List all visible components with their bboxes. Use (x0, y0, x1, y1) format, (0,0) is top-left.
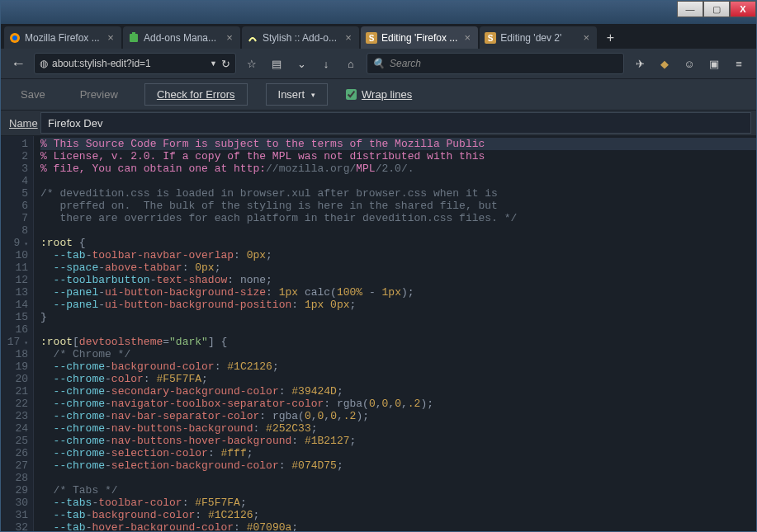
code-line[interactable]: % This Source Code Form is subject to th… (40, 138, 756, 150)
browser-tab[interactable]: SEditing 'dev 2'× (480, 26, 597, 49)
tab-icon (247, 32, 258, 44)
stylish-square-icon[interactable]: ▣ (703, 53, 725, 74)
name-bar: Name (1, 110, 756, 136)
code-line[interactable]: --toolbarbutton-text-shadow: none; (40, 274, 756, 286)
tab-title: Editing 'Firefox ... (381, 32, 457, 44)
chevron-down-icon: ▾ (311, 91, 315, 99)
code-line[interactable]: :root[devtoolstheme="dark"] { (40, 336, 756, 348)
send-icon[interactable]: ✈ (629, 53, 651, 74)
svg-point-1 (12, 35, 17, 40)
code-line[interactable]: --space-above-tabbar: 0px; (40, 261, 756, 274)
window-close-button[interactable]: X (730, 1, 756, 17)
code-line[interactable]: --panel-ui-button-background-size: 1px c… (40, 286, 756, 299)
code-line[interactable]: % License, v. 2.0. If a copy of the MPL … (40, 150, 756, 162)
url-bar[interactable]: ◍ about:stylish-edit?id=1 ▼ ↻ (34, 53, 236, 74)
browser-tab[interactable]: SEditing 'Firefox ...× (361, 26, 478, 49)
search-placeholder: Search (390, 58, 421, 69)
code-line[interactable]: --tabs-toolbar-color: #F5F7FA; (40, 497, 756, 509)
code-line[interactable] (40, 224, 756, 237)
url-text: about:stylish-edit?id=1 (52, 58, 206, 69)
code-line[interactable]: --chrome-background-color: #1C2126; (40, 360, 756, 373)
tab-icon (9, 32, 21, 44)
code-line[interactable]: there are overrides for each platform in… (40, 212, 756, 224)
code-line[interactable]: --tab-background-color: #1C2126; (40, 509, 756, 521)
browser-tab[interactable]: Stylish :: Add-o...× (242, 26, 359, 49)
window-minimize-button[interactable]: — (677, 1, 703, 17)
save-button: Save (12, 84, 54, 105)
code-line[interactable] (40, 323, 756, 336)
url-dropdown-icon[interactable]: ▼ (210, 59, 217, 68)
wrap-lines-checkbox[interactable]: Wrap lines (346, 88, 412, 101)
code-line[interactable]: --chrome-navigator-toolbox-separator-col… (40, 398, 756, 410)
code-line[interactable]: --chrome-selection-background-color: #07… (40, 459, 756, 472)
search-icon: 🔍 (372, 58, 385, 69)
globe-icon: ◍ (40, 58, 48, 69)
code-line[interactable]: --chrome-nav-buttons-background: #252C33… (40, 422, 756, 435)
window: — ▢ X Mozilla Firefox ...×Add-ons Mana..… (0, 0, 757, 532)
pocket-icon[interactable]: ⌄ (291, 53, 312, 74)
tab-title: Stylish :: Add-o... (263, 32, 338, 44)
tab-close-icon[interactable]: × (343, 32, 354, 44)
code-line[interactable]: preffed on. The bulk of the styling is h… (40, 200, 756, 212)
wrap-lines-label: Wrap lines (362, 88, 412, 101)
code-line[interactable]: --tab-hover-background-color: #07090a; (40, 521, 756, 531)
browser-tab[interactable]: Mozilla Firefox ...× (4, 26, 121, 49)
downloads-icon[interactable]: ↓ (315, 53, 337, 74)
code-line[interactable]: --tab-toolbar-navbar-overlap: 0px; (40, 249, 756, 261)
preview-button: Preview (72, 84, 126, 105)
shield-icon[interactable]: ◆ (654, 53, 675, 74)
home-icon[interactable]: ⌂ (340, 53, 362, 74)
svg-text:S: S (369, 34, 375, 43)
svg-rect-3 (132, 32, 135, 35)
code-line[interactable]: :root { (40, 237, 756, 249)
tab-title: Editing 'dev 2' (500, 32, 576, 44)
svg-text:S: S (488, 34, 494, 43)
tab-close-icon[interactable]: × (580, 32, 592, 44)
browser-tab[interactable]: Add-ons Mana...× (123, 26, 240, 49)
code-line[interactable]: /* Tabs */ (40, 484, 756, 497)
bookmark-star-icon[interactable]: ☆ (241, 53, 263, 74)
insert-button[interactable]: Insert ▾ (266, 83, 329, 106)
code-line[interactable]: --panel-ui-button-background-position: 1… (40, 299, 756, 311)
name-input[interactable] (40, 112, 751, 134)
nav-toolbar: ← ◍ about:stylish-edit?id=1 ▼ ↻ ☆ ▤ ⌄ ↓ … (1, 49, 756, 78)
code-line[interactable]: --chrome-selection-color: #fff; (40, 447, 756, 459)
titlebar: — ▢ X (1, 1, 756, 24)
window-maximize-button[interactable]: ▢ (703, 1, 730, 17)
code-line[interactable]: } (40, 311, 756, 323)
tab-bar: Mozilla Firefox ...×Add-ons Mana...×Styl… (1, 24, 756, 49)
new-tab-button[interactable]: + (599, 27, 622, 49)
tab-close-icon[interactable]: × (105, 32, 116, 44)
back-button[interactable]: ← (7, 53, 29, 74)
editor-toolbar: Save Preview Check for Errors Insert ▾ W… (1, 78, 756, 110)
code-line[interactable]: /* Chrome */ (40, 348, 756, 360)
search-bar[interactable]: 🔍 Search (367, 53, 624, 74)
face-icon[interactable]: ☺ (679, 53, 700, 74)
tab-icon (128, 32, 140, 44)
code-editor[interactable]: 1234567891011121314151617181920212223242… (1, 136, 756, 531)
tab-title: Add-ons Mana... (144, 32, 220, 44)
code-line[interactable] (40, 175, 756, 187)
tab-title: Mozilla Firefox ... (25, 32, 101, 44)
wrap-lines-input[interactable] (346, 89, 357, 100)
insert-label: Insert (278, 88, 305, 101)
svg-rect-2 (130, 34, 138, 42)
code-line[interactable]: /* devedition.css is loaded in browser.x… (40, 187, 756, 200)
code-line[interactable] (40, 472, 756, 484)
tab-close-icon[interactable]: × (224, 32, 235, 44)
line-gutter: 1234567891011121314151617181920212223242… (1, 136, 34, 531)
tab-icon: S (366, 32, 377, 44)
code-line[interactable]: % file, You can obtain one at http://moz… (40, 162, 756, 175)
code-area[interactable]: % This Source Code Form is subject to th… (34, 136, 756, 531)
code-line[interactable]: --chrome-nav-bar-separator-color: rgba(0… (40, 410, 756, 422)
name-label: Name (1, 117, 40, 129)
tab-close-icon[interactable]: × (461, 32, 473, 44)
reload-icon[interactable]: ↻ (221, 58, 230, 70)
library-icon[interactable]: ▤ (266, 53, 287, 74)
code-line[interactable]: --chrome-color: #F5F7FA; (40, 373, 756, 385)
code-line[interactable]: --chrome-secondary-background-color: #39… (40, 385, 756, 398)
menu-icon[interactable]: ≡ (728, 53, 750, 74)
tab-icon: S (485, 32, 496, 44)
code-line[interactable]: --chrome-nav-buttons-hover-background: #… (40, 435, 756, 447)
check-errors-button[interactable]: Check for Errors (144, 83, 248, 106)
